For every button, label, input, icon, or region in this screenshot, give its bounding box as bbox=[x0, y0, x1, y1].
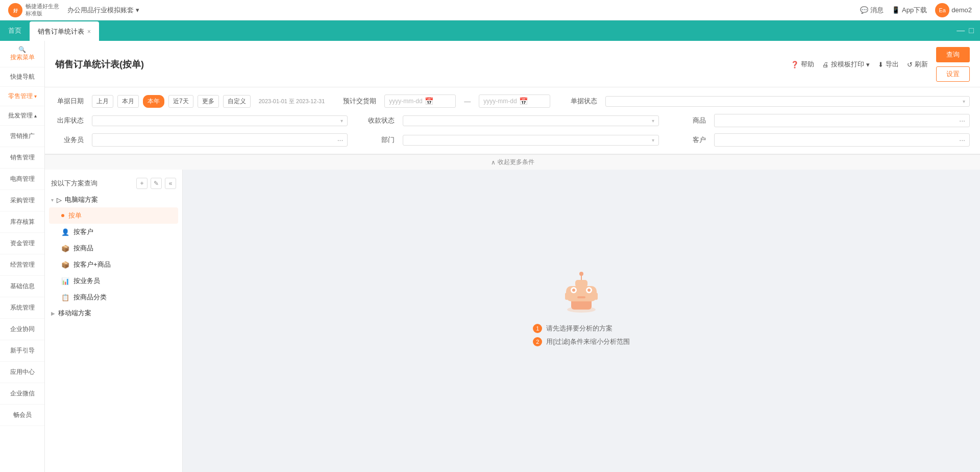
print-arrow-icon: ▾ bbox=[866, 61, 870, 68]
delivery-status-select[interactable]: ▾ bbox=[92, 115, 348, 126]
add-scheme-btn[interactable]: + bbox=[136, 178, 148, 189]
analysis-item-by-goods[interactable]: 📦 按商品 bbox=[49, 240, 178, 256]
logo-text: 畅捷通好生意 标准版 bbox=[26, 3, 59, 16]
date-from-placeholder: yyyy-mm-dd bbox=[389, 98, 422, 105]
sidebar-search[interactable]: 🔍 搜索菜单 bbox=[0, 41, 44, 67]
sidebar-item-system[interactable]: 系统管理 bbox=[0, 297, 44, 319]
sidebar-item-ecommerce[interactable]: 电商管理 bbox=[0, 169, 44, 190]
goods-more-icon[interactable]: ··· bbox=[959, 116, 965, 125]
filter-row-3: 业务员 ··· 部门 ▾ 客户 ··· bbox=[55, 133, 970, 147]
customer-more-icon[interactable]: ··· bbox=[959, 136, 965, 144]
sidebar-item-member[interactable]: 畅会员 bbox=[0, 405, 44, 426]
refresh-icon: ↺ bbox=[907, 61, 913, 68]
payment-status-select[interactable]: ▾ bbox=[403, 115, 658, 126]
goods-input[interactable]: ··· bbox=[714, 114, 970, 127]
logo-area: 好 畅捷通好生意 标准版 bbox=[8, 3, 59, 17]
sidebar-item-sales[interactable]: 销售管理 bbox=[0, 147, 44, 169]
tab-bar: 首页 销售订单统计表 × — □ bbox=[0, 20, 980, 41]
tab-minimize-btn[interactable]: — bbox=[957, 26, 965, 35]
calendar-to-icon[interactable]: 📅 bbox=[519, 97, 528, 105]
salesperson-input[interactable]: ··· bbox=[92, 133, 348, 147]
sidebar-item-finance[interactable]: 资金管理 bbox=[0, 233, 44, 254]
logo-icon: 好 bbox=[8, 3, 22, 17]
settings-button[interactable]: 设置 bbox=[936, 66, 970, 82]
expected-date-to[interactable]: yyyy-mm-dd 📅 bbox=[479, 95, 550, 108]
message-label: 消息 bbox=[870, 6, 884, 15]
section-pc-title[interactable]: ▾ ▷ 电脑端方案 bbox=[49, 192, 178, 207]
app-selector[interactable]: 办公用品行业模拟账套 ▾ bbox=[63, 6, 143, 15]
item-by-goods-label: 按商品 bbox=[74, 244, 93, 253]
svg-point-16 bbox=[579, 272, 583, 276]
analysis-item-by-order[interactable]: 按单 bbox=[49, 207, 178, 224]
query-button[interactable]: 查询 bbox=[936, 47, 970, 62]
date-btn-last-month[interactable]: 上月 bbox=[92, 95, 113, 108]
item-by-order-dot bbox=[61, 214, 64, 217]
print-btn[interactable]: 🖨 按模板打印 ▾ bbox=[822, 60, 870, 69]
collapse-scheme-btn[interactable]: « bbox=[165, 178, 176, 189]
date-btn-more[interactable]: 更多 bbox=[198, 95, 219, 108]
inventory-label: 库存核算 bbox=[10, 218, 35, 226]
sidebar-item-newbie[interactable]: 新手引导 bbox=[0, 340, 44, 362]
sidebar-item-basic[interactable]: 基础信息 bbox=[0, 276, 44, 297]
svg-rect-10 bbox=[565, 293, 568, 300]
wholesale-arrow-icon: ▴ bbox=[34, 113, 37, 119]
wholesale-label: 批发管理 bbox=[8, 111, 33, 120]
sidebar-item-corpwechat[interactable]: 企业微信 bbox=[0, 383, 44, 405]
tab-close-icon[interactable]: × bbox=[87, 28, 91, 35]
sidebar-item-retail[interactable]: 零售管理 ▾ bbox=[0, 87, 44, 106]
analysis-item-by-goods-category[interactable]: 📋 按商品分类 bbox=[49, 289, 178, 305]
analysis-item-by-customer-goods[interactable]: 📦 按客户+商品 bbox=[49, 256, 178, 273]
collapse-arrow-icon: ∧ bbox=[491, 159, 496, 166]
department-select[interactable]: ▾ bbox=[403, 135, 658, 146]
date-btn-this-month[interactable]: 本月 bbox=[117, 95, 139, 108]
tab-maximize-btn[interactable]: □ bbox=[969, 26, 974, 35]
app-download-btn[interactable]: 📱 App下载 bbox=[892, 6, 927, 15]
sidebar-item-inventory[interactable]: 库存核算 bbox=[0, 211, 44, 233]
doc-status-select[interactable]: ▾ bbox=[605, 96, 970, 107]
section-mobile-title[interactable]: ▶ 移动端方案 bbox=[49, 305, 178, 321]
section-pc-expand-icon: ▾ bbox=[51, 197, 54, 203]
help-label: 帮助 bbox=[801, 60, 814, 69]
calendar-from-icon[interactable]: 📅 bbox=[425, 97, 433, 105]
sidebar-shortcut-nav[interactable]: 快捷导航 bbox=[0, 67, 44, 87]
sidebar-item-marketing[interactable]: 营销推广 bbox=[0, 126, 44, 147]
analysis-item-by-customer[interactable]: 👤 按客户 bbox=[49, 224, 178, 240]
customer-input[interactable]: ··· bbox=[714, 133, 970, 147]
newbie-label: 新手引导 bbox=[10, 346, 35, 355]
help-btn[interactable]: ❓ 帮助 bbox=[791, 60, 814, 69]
sidebar-item-enterprise[interactable]: 企业协同 bbox=[0, 319, 44, 340]
hint-2-num: 2 bbox=[533, 337, 542, 346]
payment-status-label: 收款状态 bbox=[366, 116, 395, 125]
marketing-label: 营销推广 bbox=[10, 132, 35, 140]
user-area[interactable]: Ea demo2 bbox=[935, 3, 972, 17]
tab-sales-order-stats[interactable]: 销售订单统计表 × bbox=[30, 21, 99, 42]
salesperson-more-icon[interactable]: ··· bbox=[337, 136, 344, 144]
query-actions: 查询 设置 bbox=[936, 47, 970, 82]
section-pc-label: 电脑端方案 bbox=[65, 195, 98, 204]
collapse-btn[interactable]: ∧ 收起更多条件 bbox=[45, 154, 980, 170]
by-goods-category-icon: 📋 bbox=[61, 293, 69, 301]
date-btn-7days[interactable]: 近7天 bbox=[168, 95, 193, 108]
sidebar-item-operations[interactable]: 经营管理 bbox=[0, 254, 44, 276]
left-panel-header: 按以下方案查询 + ✎ « bbox=[45, 175, 182, 192]
expected-date-from[interactable]: yyyy-mm-dd 📅 bbox=[384, 95, 456, 108]
message-btn[interactable]: 💬 消息 bbox=[860, 6, 884, 15]
filter-row-2: 出库状态 ▾ 收款状态 ▾ 商品 ··· bbox=[55, 114, 970, 127]
top-bar: 好 畅捷通好生意 标准版 办公用品行业模拟账套 ▾ 💬 消息 📱 App下载 E… bbox=[0, 0, 980, 20]
tab-home[interactable]: 首页 bbox=[0, 20, 30, 41]
analysis-layout: 按以下方案查询 + ✎ « ▾ ▷ 电脑端方案 按单 bbox=[45, 170, 980, 472]
left-panel-actions: + ✎ « bbox=[136, 178, 176, 189]
edit-scheme-btn[interactable]: ✎ bbox=[151, 178, 162, 189]
refresh-label: 刷新 bbox=[915, 60, 928, 69]
search-icon: 🔍 bbox=[18, 46, 26, 53]
export-icon: ⬇ bbox=[878, 61, 884, 68]
export-btn[interactable]: ⬇ 导出 bbox=[878, 60, 899, 69]
sidebar-item-purchase[interactable]: 采购管理 bbox=[0, 190, 44, 211]
analysis-item-by-salesperson[interactable]: 📊 按业务员 bbox=[49, 273, 178, 289]
sidebar-item-wholesale[interactable]: 批发管理 ▴ bbox=[0, 106, 44, 126]
sidebar-item-appcenter[interactable]: 应用中心 bbox=[0, 362, 44, 383]
date-btn-custom[interactable]: 自定义 bbox=[223, 95, 251, 108]
refresh-btn[interactable]: ↺ 刷新 bbox=[907, 60, 928, 69]
by-salesperson-icon: 📊 bbox=[61, 277, 69, 285]
date-btn-this-year[interactable]: 本年 bbox=[143, 95, 164, 108]
